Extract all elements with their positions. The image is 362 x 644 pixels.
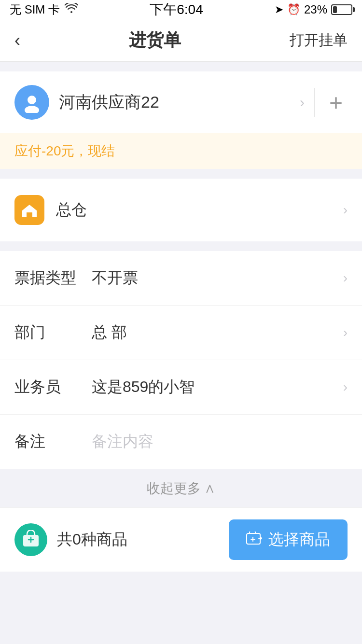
remark-row[interactable]: 备注 备注内容 — [0, 414, 362, 469]
salesperson-label: 业务员 — [14, 377, 82, 398]
notice-bar: 应付-20元，现结 — [0, 133, 362, 169]
supplier-add-button[interactable]: + — [324, 89, 348, 116]
product-icon-bg — [14, 523, 47, 556]
invoice-type-label: 票据类型 — [14, 267, 82, 289]
salesperson-chevron-icon: › — [343, 379, 348, 395]
invoice-type-row[interactable]: 票据类型 不开票 › — [0, 251, 362, 305]
mid-divider — [0, 169, 362, 179]
notice-text: 应付-20元，现结 — [14, 143, 115, 158]
collapse-label: 收起更多 ∧ — [147, 479, 216, 498]
page-title: 进货单 — [129, 28, 181, 52]
warehouse-icon-bg — [14, 195, 44, 225]
department-value: 总 部 — [92, 322, 343, 343]
salesperson-value: 这是859的小智 — [92, 377, 343, 398]
supplier-avatar — [14, 85, 49, 120]
product-count: 共0种商品 — [57, 529, 229, 550]
supplier-card: 河南供应商22 › + 应付-20元，现结 — [0, 71, 362, 169]
status-right: ➤ ⏰ 23% — [275, 3, 352, 16]
location-icon: ➤ — [275, 3, 283, 16]
battery-icon — [331, 4, 352, 15]
open-pending-button[interactable]: 打开挂单 — [290, 30, 348, 50]
supplier-name: 河南供应商22 — [59, 91, 300, 113]
alarm-icon: ⏰ — [287, 3, 300, 16]
svg-rect-2 — [27, 212, 32, 217]
svg-point-0 — [28, 96, 36, 104]
wifi-icon — [65, 3, 78, 16]
nav-bar: ‹ 进货单 打开挂单 — [0, 19, 362, 62]
supplier-row[interactable]: 河南供应商22 › + — [0, 71, 362, 133]
department-label: 部门 — [14, 322, 82, 343]
collapse-bar[interactable]: 收起更多 ∧ — [0, 469, 362, 507]
warehouse-chevron-icon: › — [343, 202, 348, 218]
remark-label: 备注 — [14, 431, 82, 452]
form-card: 票据类型 不开票 › 部门 总 部 › 业务员 这是859的小智 › 备注 备注… — [0, 251, 362, 469]
svg-point-1 — [25, 106, 39, 113]
status-left: 无 SIM 卡 — [10, 2, 78, 17]
form-divider — [0, 241, 362, 251]
warehouse-row[interactable]: 总仓 › — [0, 179, 362, 241]
warehouse-name: 总仓 — [56, 199, 343, 221]
select-product-label: 选择商品 — [268, 529, 330, 550]
select-product-button[interactable]: 选择商品 — [229, 519, 348, 560]
supplier-chevron-icon: › — [300, 94, 305, 111]
select-product-icon — [246, 531, 263, 549]
department-row[interactable]: 部门 总 部 › — [0, 305, 362, 360]
product-bar: 共0种商品 选择商品 — [0, 507, 362, 572]
department-chevron-icon: › — [343, 325, 348, 340]
time-display: 下午6:04 — [150, 0, 203, 19]
battery-percent: 23% — [304, 3, 327, 16]
remark-placeholder[interactable]: 备注内容 — [92, 431, 348, 452]
back-button[interactable]: ‹ — [14, 30, 20, 51]
status-bar: 无 SIM 卡 下午6:04 ➤ ⏰ 23% — [0, 0, 362, 19]
carrier-text: 无 SIM 卡 — [10, 2, 60, 17]
invoice-type-chevron-icon: › — [343, 270, 348, 286]
salesperson-row[interactable]: 业务员 这是859的小智 › — [0, 360, 362, 414]
main-content: 河南供应商22 › + 应付-20元，现结 总仓 › 票据类型 不开票 › — [0, 62, 362, 644]
invoice-type-value: 不开票 — [92, 267, 343, 289]
top-divider — [0, 62, 362, 71]
supplier-divider — [314, 88, 315, 117]
